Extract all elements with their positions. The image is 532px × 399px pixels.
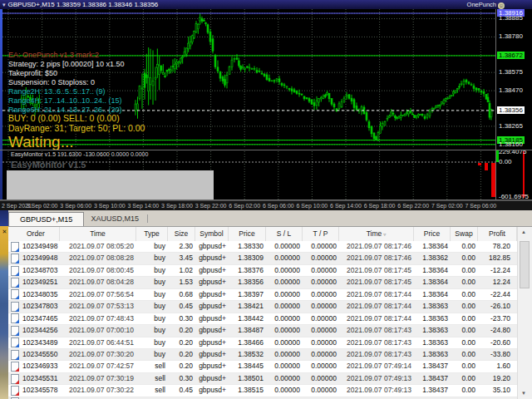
cell-close-price: 1.38363 bbox=[414, 301, 451, 312]
cell-size: 0.20 bbox=[168, 337, 195, 348]
cell-type: buy bbox=[136, 337, 168, 348]
cell-close-price: 1.38437 bbox=[414, 373, 451, 384]
column-header-time8[interactable]: Time▿ bbox=[339, 227, 414, 241]
cell-profit: -20.60 bbox=[478, 337, 517, 348]
cell-open-time: 2021.09.07 07:00:10 bbox=[60, 325, 136, 336]
cell-type: buy bbox=[136, 301, 168, 312]
cell-swap: 0.00 bbox=[451, 385, 478, 396]
cell-type: buy bbox=[136, 313, 168, 324]
chart-window-title: GBPUSD+,M15 1.38359 1.38386 1.38346 1.38… bbox=[8, 1, 159, 8]
column-header-symbol4[interactable]: Symbol bbox=[195, 227, 229, 241]
chart-window-titlebar[interactable]: ▾GBPUSD+,M15 1.38359 1.38386 1.38346 1.3… bbox=[0, 0, 532, 9]
sell-order-icon bbox=[11, 374, 19, 384]
buy-order-icon bbox=[11, 326, 19, 336]
column-header-swap10[interactable]: Swap bbox=[451, 227, 478, 241]
table-row[interactable]: 1023455782021.09.07 07:30:22sell0.45gbpu… bbox=[8, 385, 517, 397]
cell-tp: 0.00000 bbox=[303, 325, 339, 336]
cell-sl: 0.00000 bbox=[266, 301, 303, 312]
cell-swap: 0.00 bbox=[451, 265, 478, 276]
cell-size: 0.20 bbox=[168, 349, 195, 360]
time-axis-label: 3 Sep 18:00 bbox=[161, 203, 193, 209]
sort-caret-icon: ▿ bbox=[383, 232, 386, 237]
cell-sl: 0.00000 bbox=[266, 265, 303, 276]
chart-tab-gbpusd-m15[interactable]: GBPUSD+,M15 bbox=[8, 212, 84, 226]
column-header-type2[interactable]: Type bbox=[136, 227, 168, 241]
time-axis-label: 6 Sep 10:00 bbox=[297, 203, 328, 209]
toolbox-close-icon[interactable]: ✕ bbox=[1, 228, 8, 235]
table-row[interactable]: 1023469332021.09.07 07:42:57sell0.20gbpu… bbox=[8, 361, 517, 372]
cell-profit: -33.80 bbox=[478, 349, 517, 360]
buy-order-icon bbox=[11, 266, 19, 276]
column-header-price9[interactable]: Price bbox=[414, 227, 451, 241]
cell-tp: 0.00000 bbox=[303, 361, 339, 372]
cell-symbol: gbpusd+ bbox=[195, 301, 229, 312]
table-row[interactable]: 1023455312021.09.07 07:30:19sell0.30gbpu… bbox=[8, 373, 517, 385]
cell-price: 1.38445 bbox=[229, 361, 266, 372]
cell-close-price: 1.38364 bbox=[414, 277, 451, 288]
buy-order-icon bbox=[11, 337, 19, 347]
cell-open-time: 2021.09.07 08:05:20 bbox=[60, 241, 136, 252]
cell-type: buy bbox=[136, 349, 168, 360]
buy-order-icon bbox=[11, 313, 19, 323]
column-header-tp7[interactable]: T / P bbox=[303, 227, 339, 241]
chart-subwindow-divider[interactable] bbox=[0, 150, 532, 150]
scale-price-label: 1.38160 bbox=[499, 140, 523, 148]
cell-open-time: 2021.09.07 07:30:22 bbox=[60, 385, 136, 396]
cell-close-price: 1.38364 bbox=[414, 265, 451, 276]
table-row[interactable]: 1023494982021.09.07 08:05:20buy2.30gbpus… bbox=[8, 241, 517, 253]
cell-close-price: 1.38437 bbox=[414, 385, 451, 396]
cell-swap: 0.00 bbox=[451, 361, 478, 372]
table-row[interactable]: 1023442562021.09.07 07:00:10buy0.20gbpus… bbox=[8, 325, 517, 337]
cell-sl: 0.00000 bbox=[266, 289, 303, 300]
table-scrollbar[interactable]: ▲ ▼ bbox=[517, 227, 530, 399]
price-scale[interactable]: 1.389161.388851.387801.386721.385751.384… bbox=[496, 0, 532, 210]
chart-tab-xauusd-m15[interactable]: XAUUSD,M15 bbox=[80, 212, 150, 225]
table-row[interactable]: 1023434892021.09.07 06:44:51buy0.20gbpus… bbox=[8, 337, 517, 349]
cell-price: 1.38487 bbox=[229, 325, 266, 336]
column-header-sl6[interactable]: S / L bbox=[266, 227, 303, 241]
scroll-thumb[interactable] bbox=[520, 241, 530, 288]
cell-close-time: 2021.09.07 08:17:43 bbox=[339, 349, 414, 360]
cell-type: buy bbox=[136, 265, 168, 276]
cell-size: 0.68 bbox=[168, 289, 195, 300]
cell-type: buy bbox=[136, 253, 168, 264]
cell-symbol: gbpusd+ bbox=[195, 313, 229, 324]
table-row[interactable]: 1023455502021.09.07 07:30:20buy0.20gbpus… bbox=[8, 349, 517, 361]
cell-close-time: 2021.09.07 08:17:44 bbox=[339, 313, 414, 324]
column-header-price5[interactable]: Price bbox=[229, 227, 266, 241]
cell-sl: 0.00000 bbox=[266, 253, 303, 264]
cell-symbol: gbpusd+ bbox=[195, 289, 229, 300]
column-header-order0[interactable]: Order bbox=[8, 227, 60, 241]
sell-order-icon bbox=[11, 386, 19, 396]
cell-tp: 0.00000 bbox=[303, 337, 339, 348]
cell-close-time: 2021.09.07 08:17:43 bbox=[339, 337, 414, 348]
table-row[interactable]: 1023492512021.09.07 08:04:28buy1.53gbpus… bbox=[8, 277, 517, 288]
cell-size: 3.45 bbox=[168, 253, 195, 264]
column-header-size3[interactable]: Size bbox=[168, 227, 195, 241]
time-axis-label: 6 Sep 18:00 bbox=[364, 203, 396, 209]
table-row[interactable]: 1023474652021.09.07 07:48:43buy0.30gbpus… bbox=[8, 313, 517, 325]
time-axis-label: 3 Sep 06:00 bbox=[60, 203, 91, 209]
table-row[interactable]: 1023487032021.09.07 08:00:45buy1.02gbpus… bbox=[8, 265, 517, 277]
cell-swap: 0.00 bbox=[451, 241, 478, 252]
cell-size: 0.20 bbox=[168, 361, 195, 372]
cell-symbol: gbpusd+ bbox=[195, 337, 229, 348]
cell-swap: 0.00 bbox=[451, 349, 478, 360]
scale-price-label: 0.00 bbox=[499, 158, 512, 165]
desktop-background-strip bbox=[0, 226, 8, 399]
cell-order: 102349948 bbox=[22, 253, 60, 264]
scroll-up-button[interactable]: ▲ bbox=[519, 227, 529, 238]
cell-order: 102345550 bbox=[22, 349, 60, 360]
column-header-profit11[interactable]: Profit bbox=[478, 227, 517, 241]
cell-open-time: 2021.09.07 07:30:19 bbox=[60, 373, 136, 384]
chart-menu-icon[interactable]: ▾ bbox=[2, 2, 6, 7]
table-row[interactable]: 1023480352021.09.07 07:56:54buy0.68gbpus… bbox=[8, 289, 517, 301]
scroll-down-button[interactable]: ▼ bbox=[519, 388, 529, 399]
table-row[interactable]: 1023499482021.09.07 08:08:28buy3.45gbpus… bbox=[8, 253, 517, 264]
cell-price: 1.38421 bbox=[229, 301, 266, 312]
cell-profit: -22.44 bbox=[478, 289, 517, 300]
column-header-time1[interactable]: Time bbox=[60, 227, 136, 241]
cell-sl: 0.00000 bbox=[266, 385, 303, 396]
table-row[interactable]: 1023478032021.09.07 07:53:13buy0.45gbpus… bbox=[8, 301, 517, 313]
cell-swap: 0.00 bbox=[451, 301, 478, 312]
